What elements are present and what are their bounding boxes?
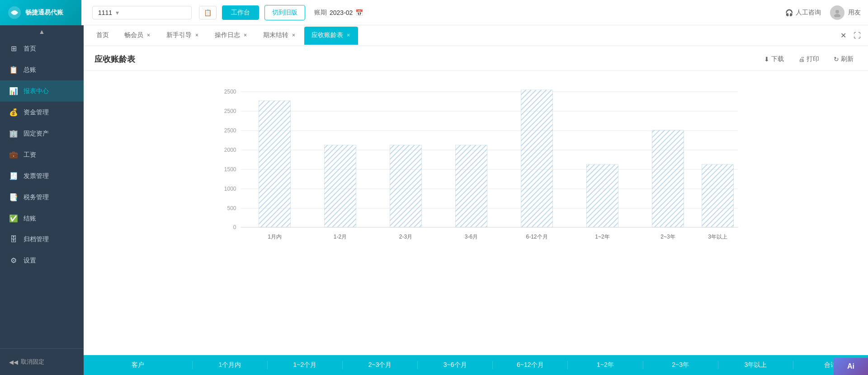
tab-close-closing[interactable]: × [291,31,296,39]
sidebar-label-payroll: 工资 [24,151,36,159]
sidebar-item-payroll[interactable]: 💼工资 [0,144,84,165]
svg-text:1500: 1500 [224,166,236,173]
sidebar-icon-invoice: 🧾 [9,172,18,180]
old-version-button[interactable]: 切到旧版 [264,5,305,20]
close-tab-button[interactable]: ✕ [839,29,848,42]
sidebar-item-assets[interactable]: 🏢固定资产 [0,123,84,144]
table-header-col-8: 3年以上 [718,361,793,369]
avatar [830,5,844,20]
svg-text:3年以上: 3年以上 [708,234,727,240]
tab-label-oplog: 操作日志 [215,31,240,39]
table-header-col-5: 6~12个月 [493,361,568,369]
pin-icon: ◀◀ [9,359,18,366]
tab-member[interactable]: 畅会员× [117,27,158,45]
tab-guide[interactable]: 新手引导× [159,27,207,45]
tab-close-guide[interactable]: × [194,31,199,39]
calendar-icon[interactable]: 📅 [355,9,363,16]
svg-text:1月内: 1月内 [268,234,282,240]
maximize-tab-button[interactable]: ⛶ [852,30,863,42]
workbench-button[interactable]: 工作台 [222,5,259,20]
period-label: 账期 [314,9,327,17]
svg-text:2-3月: 2-3月 [399,234,412,240]
sidebar-icon-tax: 📑 [9,193,18,202]
table-header-bar: 客户1个月内1~2个月2~3个月3~6个月6~12个月1~2年2~3年3年以上合… [84,355,868,375]
sidebar-icon-settings: ⚙ [9,256,18,265]
content-area: 首页畅会员×新手引导×操作日志×期末结转×应收账龄表× ✕ ⛶ 应收账龄表 ⬇ … [84,25,868,375]
tab-closing[interactable]: 期末结转× [256,27,303,45]
svg-text:2500: 2500 [224,108,236,114]
bar-7 [652,130,684,227]
logo-area: 畅捷通易代账 [0,0,81,25]
sidebar-item-tax[interactable]: 📑税务管理 [0,187,84,208]
sidebar-bottom: ◀◀ 取消固定 [0,348,84,375]
sidebar-label-assets: 固定资产 [24,130,49,138]
tab-label-member: 畅会员 [124,31,143,39]
tab-label-aging: 应收账龄表 [311,31,343,39]
consultation-text: 人工咨询 [796,9,821,17]
tab-oplog[interactable]: 操作日志× [208,27,255,45]
page-title: 应收账龄表 [94,54,135,65]
bar-4 [456,145,487,227]
sidebar-label-invoice: 发票管理 [24,172,49,180]
sidebar: ▲ ⊞首页📋总账📊报表中心💰资金管理🏢固定资产💼工资🧾发票管理📑税务管理✅结账🗄… [0,25,84,375]
scroll-up-btn[interactable]: ▲ [0,25,84,38]
tab-close-member[interactable]: × [146,31,151,39]
download-button[interactable]: ⬇ 下载 [760,53,788,65]
ai-button[interactable]: Ai [834,358,868,375]
unpin-button[interactable]: ◀◀ 取消固定 [0,353,84,370]
tab-label-home: 首页 [96,31,109,39]
bar-3 [390,145,422,227]
sidebar-item-reports[interactable]: 📊报表中心 [0,80,84,102]
period-value: 2023-02 [330,9,353,16]
user-name: 用友 [848,9,861,17]
bar-8 [702,164,734,227]
print-button[interactable]: 🖨 打印 [795,53,823,65]
sidebar-item-funds[interactable]: 💰资金管理 [0,102,84,123]
refresh-button[interactable]: ↻ 刷新 [830,53,857,65]
table-header-col-6: 1~2年 [568,361,643,369]
svg-text:0: 0 [233,224,236,230]
svg-text:2000: 2000 [224,147,236,153]
chevron-down-icon: ▾ [116,9,119,16]
consultation-btn[interactable]: 🎧 人工咨询 [785,9,821,17]
sidebar-icon-settle: ✅ [9,214,18,223]
refresh-icon: ↻ [834,56,839,63]
tab-bar: 首页畅会员×新手引导×操作日志×期末结转×应收账龄表× ✕ ⛶ [84,25,868,46]
tab-home[interactable]: 首页 [89,27,116,45]
main-layout: ▲ ⊞首页📋总账📊报表中心💰资金管理🏢固定资产💼工资🧾发票管理📑税务管理✅结账🗄… [0,25,868,375]
tab-close-aging[interactable]: × [346,31,351,39]
svg-text:6-12个月: 6-12个月 [526,234,547,240]
sidebar-label-settings: 设置 [24,257,36,265]
svg-text:1000: 1000 [224,186,236,192]
sidebar-label-archive: 归档管理 [24,235,49,244]
user-area[interactable]: 用友 [830,5,861,20]
sidebar-item-invoice[interactable]: 🧾发票管理 [0,165,84,187]
company-selector[interactable]: 1111 ▾ [92,6,192,19]
sidebar-item-archive[interactable]: 🗄归档管理 [0,229,84,250]
sidebar-item-home[interactable]: ⊞首页 [0,38,84,59]
sidebar-item-ledger[interactable]: 📋总账 [0,59,84,80]
table-header-col-7: 2~3年 [643,361,718,369]
sidebar-item-settle[interactable]: ✅结账 [0,208,84,229]
table-header-col-1: 1个月内 [193,361,268,369]
tabs-container: 首页畅会员×新手引导×操作日志×期末结转×应收账龄表× [89,27,838,45]
logo-text: 畅捷通易代账 [25,9,63,17]
sidebar-label-home: 首页 [24,45,36,53]
archive-icon-btn[interactable]: 📋 [199,6,217,19]
sidebar-icon-ledger: 📋 [9,66,18,74]
unpin-label: 取消固定 [21,358,44,366]
sidebar-label-funds: 资金管理 [24,108,49,117]
sidebar-icon-payroll: 💼 [9,150,18,159]
table-header-col-4: 3~6个月 [418,361,493,369]
tab-aging[interactable]: 应收账龄表× [304,27,358,45]
sidebar-nav: ⊞首页📋总账📊报表中心💰资金管理🏢固定资产💼工资🧾发票管理📑税务管理✅结账🗄归档… [0,38,84,271]
print-icon: 🖨 [798,56,805,63]
sidebar-item-settings[interactable]: ⚙设置 [0,250,84,271]
tab-close-oplog[interactable]: × [243,31,248,39]
svg-point-2 [834,14,840,17]
sidebar-icon-reports: 📊 [9,87,18,95]
sidebar-icon-home: ⊞ [9,44,18,53]
sidebar-label-reports: 报表中心 [24,87,49,95]
headset-icon: 🎧 [785,9,793,16]
header-right: 🎧 人工咨询 用友 [785,5,861,20]
